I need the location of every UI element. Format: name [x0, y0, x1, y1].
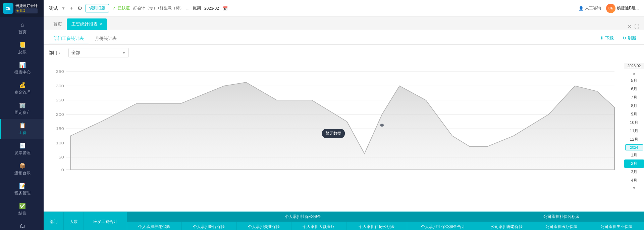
sidebar: CE 畅捷通好会计 专业版 ⌂ 首页 📒 总账 📊 报表中心 💰 资金管理 🏢 …: [0, 0, 44, 230]
tax-icon: 📝: [19, 183, 26, 189]
help-button[interactable]: 👤 人工咨询: [579, 5, 601, 11]
refresh-button[interactable]: ↻ 刷新: [620, 34, 639, 43]
switch-to-old-button[interactable]: 切到旧版: [86, 4, 109, 12]
subtab-dept[interactable]: 部门工资统计表: [49, 34, 89, 44]
sidebar-item-assets-label: 固定资产: [14, 110, 31, 116]
tab-close-icon[interactable]: ✕: [99, 22, 102, 27]
dept-select-dropdown[interactable]: 全部 ▼: [68, 48, 129, 57]
sidebar-item-purchase-label: 进销台账: [14, 170, 31, 176]
refresh-label: 刷新: [628, 35, 636, 41]
svg-point-16: [380, 124, 384, 127]
home-icon: ⌂: [21, 22, 24, 28]
chart-area: 350 300 250 200 150 100 50 0: [44, 61, 624, 212]
topbar-add-button[interactable]: ＋: [69, 5, 74, 12]
sidebar-item-reports-label: 报表中心: [14, 70, 31, 75]
user-name: 畅捷通B组...: [617, 5, 639, 11]
col-personal-medical: 个人承担医疗保险: [182, 222, 237, 230]
help-label: 人工咨询: [585, 5, 601, 11]
date-panel-month-12[interactable]: 12月: [624, 135, 644, 144]
sidebar-item-funds-label: 资金管理: [14, 90, 31, 95]
date-panel-up-arrow[interactable]: ▲: [631, 70, 637, 77]
sidebar-item-ledger-label: 总账: [18, 49, 26, 55]
tab-home-label: 首页: [53, 21, 62, 27]
funds-icon: 💰: [19, 82, 26, 88]
col-personal-major-medical: 个人承担大额医疗: [291, 222, 346, 230]
date-panel-month-1[interactable]: 1月: [624, 151, 644, 159]
main-content: 测试 ▼ ＋ ⚙ 切到旧版 ✓ 已认证 好会计（专）+好生意（标）+... 账期…: [44, 0, 644, 230]
ledger-icon: 📒: [19, 42, 26, 48]
col-personal-pension: 个人承担养老保险: [127, 222, 182, 230]
tab-bar: 首页 工资统计报表 ✕ ✕ ⛶: [44, 17, 644, 30]
svg-text:300: 300: [56, 84, 64, 88]
date-panel-month-6[interactable]: 6月: [624, 85, 644, 93]
period-value: 2023-02: [204, 6, 219, 11]
salary-table: 部门 人数 应发工资合计 个人承担社保公积金 公司承担社保公积金 个人承担养老保…: [44, 212, 644, 230]
date-panel-month-5[interactable]: 5月: [624, 77, 644, 85]
certification-status: ✓ 已认证: [112, 5, 130, 11]
date-panel-month-10[interactable]: 10月: [624, 119, 644, 127]
tab-close-window-icon[interactable]: ✕: [628, 24, 632, 29]
purchase-icon: 📦: [19, 163, 26, 169]
col-group-personal-insurance: 个人承担社保公积金: [127, 212, 479, 222]
logo-icon: CE: [3, 3, 13, 14]
date-panel-month-8[interactable]: 8月: [624, 102, 644, 110]
tab-salary-report[interactable]: 工资统计报表 ✕: [67, 18, 107, 30]
sidebar-item-assets[interactable]: 🏢 固定资产: [0, 99, 44, 119]
sidebar-item-reports[interactable]: 📊 报表中心: [0, 58, 44, 79]
dept-select-value: 全部: [71, 50, 80, 56]
col-dept: 部门: [44, 212, 64, 230]
download-button[interactable]: ⬇ 下载: [597, 34, 616, 43]
toolbar: 部门： 全部 ▼: [44, 45, 644, 61]
sidebar-item-closing[interactable]: ✅ 结账: [0, 199, 44, 220]
user-menu[interactable]: CE 畅捷通B组...: [606, 4, 639, 13]
sidebar-item-tax[interactable]: 📝 税务管理: [0, 179, 44, 199]
topbar-settings-icon[interactable]: ⚙: [77, 5, 82, 11]
sidebar-item-archive[interactable]: 🗂 归档管理: [0, 220, 44, 230]
date-panel-month-9[interactable]: 9月: [624, 110, 644, 119]
date-panel-down-arrow[interactable]: ▼: [631, 185, 637, 191]
svg-text:350: 350: [56, 70, 64, 74]
col-company-pension: 公司承担养老保险: [479, 222, 534, 230]
sidebar-item-salary[interactable]: 📋 工资: [0, 119, 44, 139]
svg-text:150: 150: [56, 127, 64, 131]
sidebar-item-funds[interactable]: 💰 资金管理: [0, 79, 44, 99]
col-count: 人数: [64, 212, 84, 230]
date-panel-month-11[interactable]: 11月: [624, 127, 644, 135]
svg-text:200: 200: [56, 112, 64, 117]
product-tags: 好会计（专）+好生意（标）+...: [133, 5, 190, 11]
sidebar-item-ledger[interactable]: 📒 总账: [0, 38, 44, 58]
app-name: 畅捷通好会计: [15, 3, 38, 8]
certified-label: 已认证: [118, 5, 130, 11]
topbar-right: 👤 人工咨询 CE 畅捷通B组...: [579, 4, 639, 13]
svg-text:0: 0: [61, 168, 64, 172]
date-panel-month-2-active[interactable]: 2月: [624, 159, 644, 168]
tab-expand-icon[interactable]: ⛶: [634, 24, 639, 29]
date-panel-month-3[interactable]: 3月: [624, 168, 644, 176]
col-company-medical: 公司承担医疗保险: [534, 222, 589, 230]
col-personal-housing-fund: 个人承担住房公积金: [346, 222, 407, 230]
sidebar-item-home[interactable]: ⌂ 首页: [0, 18, 44, 38]
sidebar-item-tax-label: 税务管理: [14, 190, 31, 196]
sidebar-item-closing-label: 结账: [18, 211, 26, 216]
download-label: 下载: [605, 35, 614, 41]
topbar-dropdown-arrow[interactable]: ▼: [61, 6, 65, 11]
sidebar-item-invoice[interactable]: 🧾 发票管理: [0, 139, 44, 159]
date-panel-month-4[interactable]: 4月: [624, 176, 644, 185]
assets-icon: 🏢: [19, 102, 26, 108]
certified-check-icon: ✓: [112, 6, 116, 11]
date-panel-month-7[interactable]: 7月: [624, 93, 644, 102]
chart-section: 350 300 250 200 150 100 50 0: [44, 61, 644, 212]
subtab-month[interactable]: 月份统计表: [90, 34, 121, 44]
topbar: 测试 ▼ ＋ ⚙ 切到旧版 ✓ 已认证 好会计（专）+好生意（标）+... 账期…: [44, 0, 644, 17]
invoice-icon: 🧾: [19, 142, 26, 149]
salary-icon: 📋: [19, 122, 26, 129]
sidebar-item-purchase[interactable]: 📦 进销台账: [0, 159, 44, 179]
sidebar-item-invoice-label: 发票管理: [14, 150, 31, 156]
area-chart-svg: 350 300 250 200 150 100 50 0: [49, 64, 619, 179]
sidebar-nav: ⌂ 首页 📒 总账 📊 报表中心 💰 资金管理 🏢 固定资产 📋 工资 🧾 发票…: [0, 17, 44, 230]
col-personal-total: 个人承担社保公积金合计: [407, 222, 479, 230]
tab-home[interactable]: 首页: [49, 18, 67, 30]
date-panel-year-2024[interactable]: 2024: [625, 144, 643, 150]
calendar-icon[interactable]: 📅: [222, 6, 228, 11]
app-logo: CE 畅捷通好会计 专业版: [0, 0, 44, 17]
